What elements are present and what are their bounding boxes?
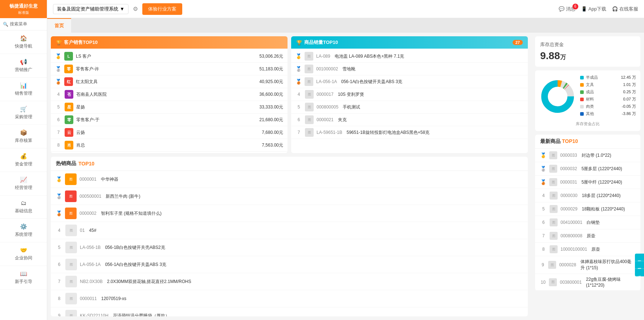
new-products-top10: TOP10	[562, 138, 578, 145]
tab-home[interactable]: 首页	[47, 18, 71, 33]
sidebar-nav: 🏠快捷导航📢营销推广📊销售管理🛒采购管理📦库存核算💰资金管理📈经营管理🗂基础信息…	[0, 30, 47, 320]
new-img-placeholder: 图	[552, 247, 555, 252]
medal-icon: 🥈	[55, 66, 61, 72]
sidebar-item-采购管理[interactable]: 🛒采购管理	[0, 101, 47, 125]
main-area: 装备及固定资产辅助管理系统 ▼ ⚙ 体验行业方案 💬 消息 6 📱 App下载 …	[47, 0, 644, 320]
new-product-name: 22g鱼豆腐-烧烤味 (1*12*20)	[586, 276, 635, 288]
topbar-right: 💬 消息 6 📱 App下载 🎧 在线客服	[559, 6, 638, 12]
floating-cs-btn[interactable]: 直播	[635, 269, 644, 276]
sidebar: 畅捷通好生意 标准版 🔍 搜索菜单 🏠快捷导航📢营销推广📊销售管理🛒采购管理📦库…	[0, 0, 47, 320]
sidebar-item-快捷导航[interactable]: 🏠快捷导航	[0, 30, 47, 54]
hot-product-row: 🥉 图 0000002 智利车子里 (规格不知道填什么)	[51, 205, 528, 222]
notification-btn[interactable]: 💬 消息 6	[559, 6, 575, 12]
hot-products-top10: TOP10	[78, 161, 94, 167]
rank-number: 4	[56, 228, 62, 233]
new-product-code: 003800001	[560, 280, 582, 285]
customer-rank-row: 🥈 零 零售客户-许 51,183.00元	[51, 63, 288, 75]
inventory-card: 库存总资金 9.88万	[535, 36, 640, 67]
sidebar-item-企业协同[interactable]: 🤝企业协同	[0, 242, 47, 266]
sidebar-item-系统管理[interactable]: ⚙️系统管理	[0, 219, 47, 242]
new-product-img: 图	[550, 205, 558, 213]
new-product-name: 18多层 (1220*2440)	[582, 193, 621, 199]
customer-rank-row: 5 星 星扬 33,333.00元	[51, 101, 288, 114]
new-products-card: 最新商品 TOP10 🥇 图 0000033 封边带 (1.0*22)🥈 图 0…	[535, 135, 640, 291]
customer-rank-row: 7 云 云扬 7,680.00元	[51, 126, 288, 139]
legend-item: 其他 -3.86 万	[580, 111, 636, 116]
customer-amount: 53,006.26元	[260, 53, 283, 60]
svg-point-5	[548, 87, 567, 106]
new-product-row: 4 图 0000030 18多层 (1220*2440)	[535, 189, 640, 202]
customer-amount: 51,183.00元	[260, 66, 283, 72]
customer-name: 零售客户-于	[76, 117, 257, 123]
hot-product-img: 图	[65, 225, 77, 236]
nav-label: 资金管理	[15, 161, 32, 167]
sidebar-item-库存核算[interactable]: 📦库存核算	[0, 125, 47, 148]
system-title: 装备及固定资产辅助管理系统	[57, 6, 118, 12]
new-product-row: 5 图 0000029 18颗粒板 (1220*2440)	[535, 202, 640, 216]
legend-item: 半成品 12.45 万	[580, 75, 636, 80]
rank-number: 7	[55, 130, 62, 135]
rank-number: 6	[540, 220, 547, 225]
new-img-placeholder: 图	[552, 220, 555, 225]
product-code: 0000021	[317, 117, 334, 122]
hot-product-name: 056-1A白色按键开关盖ABS 3克	[105, 262, 523, 268]
customer-rank-row: 🥇 L LS 客户 53,006.26元	[51, 50, 288, 63]
sidebar-item-资金管理[interactable]: 💰资金管理	[0, 148, 47, 172]
legend-label: 文具	[586, 82, 621, 87]
app-download-btn[interactable]: 📱 App下载	[581, 6, 606, 12]
product-ranking-title: 商品销量TOP10	[304, 39, 338, 46]
legend-value: -0.05 万	[622, 104, 636, 109]
hot-products-panel: 热销商品 TOP10 🥇 图 0000001 中华神器🥈 图 000500001…	[51, 157, 528, 316]
product-badge: 27	[513, 40, 523, 45]
hot-product-code: KK-SD22110H	[80, 313, 109, 316]
sidebar-item-营销推广[interactable]: 📢营销推广	[0, 54, 47, 78]
hot-img-placeholder: 图	[70, 313, 73, 317]
hot-product-code: LA-056-1A	[80, 262, 101, 267]
rank-number: 5	[56, 245, 62, 250]
new-products-body: 🥇 图 0000033 封边带 (1.0*22)🥈 图 0000032 5厘多层…	[535, 149, 640, 291]
rank-number: 5	[540, 206, 547, 212]
new-product-code: 10000100001	[561, 247, 587, 252]
product-img: 图	[305, 103, 314, 111]
nav-icon: 🏠	[20, 35, 27, 42]
hot-product-row: 🥈 图 000500001 新西兰牛肉 (新牛)	[51, 188, 528, 205]
hot-product-name: 花语萌恒温分婴睡袋（厚款）	[113, 313, 523, 317]
legend-dot	[580, 112, 584, 116]
customer-amount: 36,600.00元	[260, 91, 283, 98]
hot-product-code: 000500001	[80, 194, 101, 199]
legend-item: 文具 1.01 万	[580, 82, 636, 87]
legend-label: 肉类	[586, 104, 620, 109]
search-menu[interactable]: 🔍 搜索菜单	[0, 18, 47, 30]
floating-cs-btn[interactable]: 服务社区	[635, 261, 644, 269]
customer-ranking-title: 客户销售TOP10	[64, 39, 98, 46]
hot-img-placeholder: 图	[70, 296, 73, 301]
customer-ranking-header: 🏆 客户销售TOP10	[51, 36, 288, 49]
medal-icon: 🥈	[540, 166, 546, 172]
customer-rank-row: 🥉 红 红太阳文具 40,925.00元	[51, 75, 288, 88]
product-rank-row: 🥈 图 001000002 雪地靴	[291, 63, 528, 75]
hot-products-title: 热销商品	[56, 160, 76, 167]
hot-product-img: 图	[65, 208, 77, 219]
product-ranking-header: 🏆 商品销量TOP10 27	[291, 36, 528, 49]
floating-cs-btn[interactable]: 客服热线	[635, 254, 644, 261]
system-select[interactable]: 装备及固定资产辅助管理系统 ▼	[53, 4, 129, 14]
customer-rank-row: 8 肖 肖总 7,563.00元	[51, 139, 288, 152]
medal-icon: 🥇	[540, 152, 546, 158]
legend-value: 0.07 万	[623, 97, 636, 102]
hot-product-row: 9 图 KK-SD22110H 花语萌恒温分婴睡袋（厚款）	[51, 307, 528, 316]
sidebar-item-基础信息[interactable]: 🗂基础信息	[0, 196, 47, 219]
new-product-img: 图	[550, 245, 558, 253]
new-product-img: 图	[550, 232, 558, 240]
sidebar-item-经营管理[interactable]: 📈经营管理	[0, 172, 47, 196]
headset-icon: 🎧	[612, 6, 618, 12]
medal-icon: 🥈	[56, 193, 62, 199]
product-img: 图	[305, 77, 313, 86]
online-service-btn[interactable]: 🎧 在线客服	[612, 6, 638, 12]
product-rank-row: 4 图 0000017 10S 变刹罗煲	[291, 88, 528, 101]
trial-btn[interactable]: 体验行业方案	[142, 3, 182, 15]
sidebar-item-销售管理[interactable]: 📊销售管理	[0, 78, 47, 101]
settings-icon[interactable]: ⚙	[133, 5, 138, 12]
customer-avatar: 星	[65, 103, 73, 111]
product-img: 图	[305, 128, 314, 137]
sidebar-item-新手引导[interactable]: 📖新手引导	[0, 266, 47, 290]
